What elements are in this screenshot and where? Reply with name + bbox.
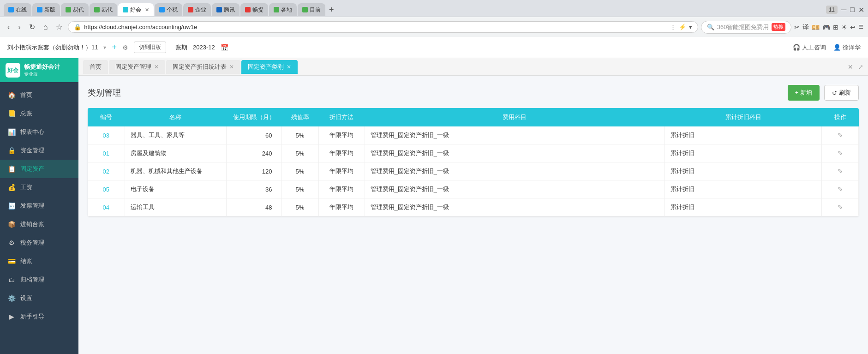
table-cell: 累计折旧 [665,198,822,216]
toolbar: + 新增 ↺ 刷新 [788,85,859,101]
sidebar-item-fund[interactable]: 🔒 资金管理 [0,141,78,160]
tab-bar-close-btn[interactable]: ✕ [848,63,853,71]
invoice-icon: 🧾 [7,202,16,210]
sidebar-item-purchase-sale[interactable]: 📦 进销台账 [0,215,78,234]
browser-tab[interactable]: 目前 [298,3,325,16]
forward-button[interactable]: › [15,21,23,33]
table-cell: 240 [226,144,281,162]
col-header-residual: 残值率 [281,108,318,126]
bookmark-button[interactable]: ☆ [53,21,65,33]
add-button[interactable]: + 新增 [788,85,820,101]
sidebar-item-archive[interactable]: 🗂 归档管理 [0,270,78,289]
browser-tab[interactable]: 易代 [90,3,117,16]
calendar-icon[interactable]: 📅 [221,44,228,51]
sidebar-item-payroll[interactable]: 💰 工资 [0,178,78,197]
user-profile-link[interactable]: 👤 徐泽华 [833,43,861,52]
browser-tab[interactable]: 腾讯 [212,3,239,16]
edit-action-cell[interactable]: ✎ [822,144,859,162]
col-header-expense: 费用科目 [365,108,665,126]
sidebar-item-report[interactable]: 📊 报表中心 [0,123,78,141]
scissors-button[interactable]: ✂ [794,24,800,31]
tab-bar-expand-btn[interactable]: ⤢ [858,63,863,71]
sidebar-app-name: 畅捷通好会计 [24,63,60,71]
sidebar-item-guide[interactable]: ▶ 新手引导 [0,307,78,326]
add-account-button[interactable]: + [112,42,117,52]
table-cell: 5% [281,144,318,162]
table-cell: 48 [226,198,281,216]
browser-tab[interactable]: 企业 [183,3,211,16]
table-cell: 年限平均 [318,180,365,198]
translate-button[interactable]: 译 [802,23,809,31]
brightness-button[interactable]: ☀ [841,24,847,31]
table-cell: 年限平均 [318,162,365,180]
table-cell: 电子设备 [125,180,226,198]
dropdown-arrow-icon[interactable]: ▾ [103,44,106,51]
edit-action-cell[interactable]: ✎ [822,126,859,144]
sidebar-item-fixed-asset[interactable]: 📋 固定资产 [0,160,78,178]
wallet-button[interactable]: 💴 [812,24,820,31]
edit-action-cell[interactable]: ✎ [822,180,859,198]
reload-button[interactable]: ↻ [26,21,38,33]
sidebar-item-home[interactable]: 🏠 首页 [0,86,78,104]
customer-service-link[interactable]: 🎧 人工咨询 [793,43,826,52]
home-button[interactable]: ⌂ [41,21,51,33]
browser-tab[interactable]: 畅提 [240,3,268,16]
game-button[interactable]: 🎮 [822,24,830,31]
edit-action-cell[interactable]: ✎ [822,162,859,180]
user-avatar-icon: 👤 [833,44,841,51]
sidebar-item-checkout[interactable]: 💳 结账 [0,252,78,270]
tab-close-icon[interactable]: ✕ [154,64,159,70]
back-button[interactable]: ‹ [5,21,12,33]
browser-tab[interactable]: 各地 [269,3,297,16]
tab-label: 在线 [16,6,27,14]
sidebar-item-settings[interactable]: ⚙️ 设置 [0,289,78,307]
grid-button[interactable]: ⊞ [833,24,838,31]
browser-chrome: 在线 新版 易代 易代 好会 ✕ 个税 企业 腾讯 [0,0,868,37]
refresh-button[interactable]: ↺ 刷新 [824,85,859,101]
tab-fixed-asset-depreciation[interactable]: 固定资产折旧统计表 ✕ [166,60,240,74]
tab-close-icon[interactable]: ✕ [229,64,234,70]
tab-label: 易代 [102,6,113,14]
table-cell: 管理费用_固定资产折旧_一级 [365,144,665,162]
browser-tab-bar: 在线 新版 易代 易代 好会 ✕ 个税 企业 腾讯 [0,0,868,17]
app-outer: 刘小艳演示账套（勿删勿动！）11 ▾ + ⚙ 切到旧版 账期 2023-12 📅… [0,37,868,354]
edit-action-cell[interactable]: ✎ [822,198,859,216]
tab-home[interactable]: 首页 [83,60,108,74]
tab-favicon [159,7,165,12]
minimize-button[interactable]: ─ [841,6,846,14]
table-row: 05电子设备365%年限平均管理费用_固定资产折旧_一级累计折旧✎ [88,180,859,198]
sidebar-item-ledger[interactable]: 📒 总账 [0,104,78,123]
tab-close-icon[interactable]: ✕ [145,7,149,13]
close-window-button[interactable]: ✕ [858,6,864,14]
browser-tab[interactable]: 易代 [61,3,89,16]
col-header-action: 操作 [822,108,859,126]
tab-favicon [123,7,128,12]
user-account-label: 刘小艳演示账套（勿删勿动！）11 [7,43,98,52]
tab-fixed-asset-category[interactable]: 固定资产类别 ✕ [241,60,298,74]
tab-fixed-asset-mgmt[interactable]: 固定资产管理 ✕ [109,60,165,74]
switch-version-button[interactable]: 切到旧版 [134,42,166,53]
sidebar-item-invoice[interactable]: 🧾 发票管理 [0,197,78,215]
sidebar-item-tax[interactable]: ⚙ 税务管理 [0,234,78,252]
new-tab-button[interactable]: + [326,5,337,15]
sidebar-app-subtitle: 专业版 [24,71,60,78]
maximize-button[interactable]: □ [850,6,855,14]
browser-tab[interactable]: 个税 [155,3,182,16]
address-bar[interactable]: 🔒 https://cloud.chanjet.com/accounting/u… [68,21,698,33]
undo-button[interactable]: ↩ [850,24,856,31]
menu-button[interactable]: ≡ [858,22,863,32]
settings-gear-button[interactable]: ⚙ [122,44,128,51]
sidebar-item-label: 首页 [20,91,32,99]
fixed-asset-icon: 📋 [7,165,16,173]
tab-close-icon[interactable]: ✕ [287,64,291,70]
browser-tab-active[interactable]: 好会 ✕ [118,3,154,16]
settings-icon: ⚙️ [7,294,16,302]
search-bar[interactable]: 🔍 360智能抠图免费用 热搜 [701,21,792,34]
sidebar-item-label: 报表中心 [20,128,44,136]
browser-tab[interactable]: 在线 [4,3,31,16]
tab-count-badge: 11 [826,6,838,14]
tab-favicon [274,7,279,12]
content-header: 类别管理 + 新增 ↺ 刷新 [88,85,859,101]
sidebar-item-label: 固定资产 [20,165,44,173]
browser-tab[interactable]: 新版 [32,3,60,16]
